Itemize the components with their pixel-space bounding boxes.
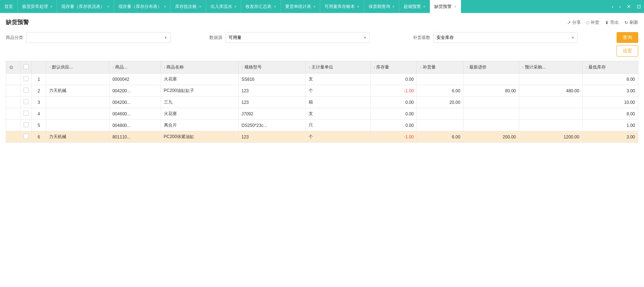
tab-close-expiry-query[interactable]: × (392, 4, 395, 9)
tab-close-recv-summary[interactable]: × (274, 4, 276, 9)
col-supplier[interactable]: 默认供应... (46, 61, 109, 74)
row-settings-cell (6, 120, 21, 131)
tab-inout-flow[interactable]: 出入库流水 × (206, 0, 241, 13)
row-stock: 0.00 (370, 97, 417, 108)
row-min-stock: 10.00 (582, 97, 638, 108)
tab-close-all-btn[interactable]: ✕ (624, 0, 634, 13)
row-checkbox-cell[interactable] (21, 85, 32, 97)
datasource-select[interactable]: 可用量 (225, 32, 370, 43)
col-min-stock[interactable]: 最低库存 (582, 61, 638, 74)
col-header-checkbox[interactable] (21, 61, 32, 74)
col-settings[interactable]: ⚙ (6, 61, 21, 74)
row-unit: 箱 (305, 97, 370, 108)
row-checkbox[interactable] (23, 134, 29, 139)
row-code: 004600... (109, 108, 161, 120)
main-content: 缺货预警 ↗ 分享 □ 补货 ⬇ 导出 ↻ 刷新 商品分类 (0, 13, 644, 287)
row-checkbox-cell[interactable] (21, 131, 32, 143)
tab-close-batch-account[interactable]: × (199, 4, 201, 9)
row-latest-price: 200.00 (464, 131, 519, 143)
row-est-purchase: 480.00 (519, 85, 582, 97)
header-checkbox[interactable] (23, 64, 29, 69)
table-row: 5 004800... 离合片 DS250*23c... 只 0.00 1.00 (6, 120, 638, 131)
row-unit: 只 (305, 120, 370, 131)
table-row: 1 0000042 火花塞 SS816 支 0.00 8.00 (6, 74, 638, 85)
row-checkbox[interactable] (23, 122, 29, 127)
row-name: 火花塞 (161, 108, 239, 120)
tab-close-stock-dist[interactable]: × (164, 4, 166, 9)
row-num: 4 (32, 108, 46, 120)
row-latest-price (464, 74, 519, 85)
tab-avail-ledger[interactable]: 可用量库存账本 × (320, 0, 364, 13)
tab-close-stock-status[interactable]: × (107, 4, 109, 9)
row-code: 004800... (109, 120, 161, 131)
row-supplier (46, 97, 109, 108)
col-name[interactable]: 商品名称 (161, 61, 239, 74)
query-button[interactable]: 查询 (617, 32, 638, 43)
datasource-select-wrapper: 可用量 ▼ (225, 32, 370, 43)
export-button[interactable]: ⬇ 导出 (605, 19, 619, 26)
tab-bar: 首页 炼货异常处理 × 现存量（库存状况表） × 现存量（库存分布表） × 库存… (0, 0, 644, 13)
tab-next-btn[interactable]: › (616, 0, 624, 13)
page-title: 缺货预警 (6, 19, 29, 26)
tab-close-avail-ledger[interactable]: × (357, 4, 359, 9)
share-button[interactable]: ↗ 分享 (567, 19, 581, 26)
gear-icon[interactable]: ⚙ (9, 65, 14, 70)
row-replenish: 6.00 (417, 131, 464, 143)
row-replenish: 20.00 (417, 97, 464, 108)
col-spec[interactable]: 规格型号 (239, 61, 306, 74)
col-latest-price[interactable]: 最新进价 (464, 61, 519, 74)
row-supplier: 力天机械 (46, 131, 109, 143)
tab-close-demand-stats[interactable]: × (313, 4, 316, 9)
row-unit: 支 (305, 108, 370, 120)
col-replenish[interactable]: 补货量 (417, 61, 464, 74)
row-settings-cell (6, 97, 21, 108)
row-unit: 个 (305, 131, 370, 143)
tab-overstock[interactable]: 超储预警 × (399, 0, 430, 13)
col-est-purchase[interactable]: 预计采购... (519, 61, 582, 74)
row-checkbox[interactable] (23, 99, 29, 104)
tab-expiry-query[interactable]: 保质期查询 × (364, 0, 399, 13)
category-select-wrapper: ▼ (26, 32, 170, 43)
row-checkbox[interactable] (23, 88, 29, 93)
row-checkbox-cell[interactable] (21, 97, 32, 108)
settings-button[interactable]: 设置 (617, 45, 638, 57)
row-latest-price (464, 120, 519, 131)
row-supplier (46, 120, 109, 131)
row-code: 0000042 (109, 74, 161, 85)
refresh-button[interactable]: ↻ 刷新 (625, 19, 638, 26)
row-checkbox[interactable] (23, 111, 29, 116)
datasource-label: 数据源 (209, 35, 222, 41)
tab-fullscreen-btn[interactable]: ⊡ (634, 0, 644, 13)
replenish-button[interactable]: □ 补货 (587, 19, 599, 26)
tab-close-inout-flow[interactable]: × (234, 4, 236, 9)
tab-close-shortage[interactable]: × (454, 4, 456, 9)
category-select[interactable] (26, 32, 170, 43)
col-stock[interactable]: 库存量 (370, 61, 417, 74)
tab-batch-account[interactable]: 库存批次账 × (171, 0, 206, 13)
row-checkbox-cell[interactable] (21, 108, 32, 120)
row-checkbox-cell[interactable] (21, 120, 32, 131)
tab-stock-status[interactable]: 现存量（库存状况表） × (57, 0, 114, 13)
tab-recv-summary[interactable]: 收发存汇总表 × (241, 0, 280, 13)
tab-close-overstock[interactable]: × (423, 4, 425, 9)
row-stock: 0.00 (370, 74, 417, 85)
row-min-stock: 8.00 (582, 74, 638, 85)
filter-datasource-group: 数据源 可用量 ▼ (209, 32, 407, 43)
row-checkbox-cell[interactable] (21, 74, 32, 85)
tab-defect-proc[interactable]: 炼货异常处理 × (18, 0, 57, 13)
row-checkbox[interactable] (23, 76, 29, 81)
col-code[interactable]: 商品... (109, 61, 161, 74)
row-stock: -1.00 (370, 85, 417, 97)
tab-shortage[interactable]: 缺货预警 × (430, 0, 461, 13)
share-icon: ↗ (567, 20, 571, 25)
tab-prev-btn[interactable]: ‹ (609, 0, 617, 13)
filter-replenish-group: 补货基数 安全库存 ▼ (413, 32, 611, 43)
tab-close-defect-proc[interactable]: × (50, 4, 52, 9)
row-replenish (417, 108, 464, 120)
tab-stock-dist[interactable]: 现存量（库存分布表） × (114, 0, 171, 13)
replenish-base-select[interactable]: 安全库存 (433, 32, 578, 43)
tab-demand-stats[interactable]: 要货单统计表 × (281, 0, 320, 13)
tab-home[interactable]: 首页 (0, 0, 18, 13)
row-spec: 123 (239, 85, 306, 97)
col-unit[interactable]: 主计量单位 (305, 61, 370, 74)
